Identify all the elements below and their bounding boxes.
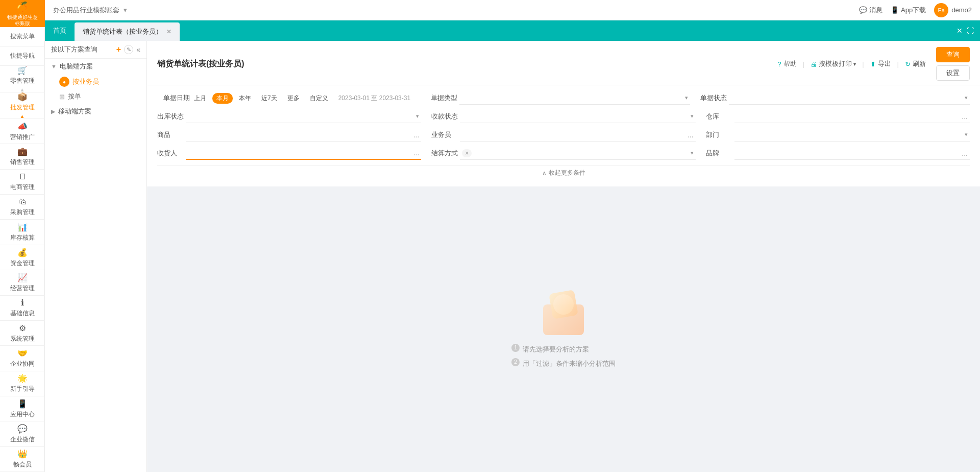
out-status-select[interactable]: ▾ (186, 110, 421, 123)
sidebar-item-inventory[interactable]: 📊 库存核算 (0, 220, 45, 245)
sidebar-item-search[interactable]: 搜索菜单 (0, 27, 45, 46)
sidebar: 🍊 畅捷通好生意 标账版 搜索菜单 快捷导航 🛒 零售管理 ▲ 📦 批发管理 ▲… (0, 0, 45, 472)
logo[interactable]: 🍊 畅捷通好生意 标账版 (0, 0, 45, 27)
logo-icon: 🍊 (16, 1, 29, 13)
sidebar-item-appcenter[interactable]: 📱 应用中心 (0, 396, 45, 421)
app-name-arrow[interactable]: ▾ (124, 6, 127, 14)
sidebar-item-finance[interactable]: 💰 资金管理 (0, 245, 45, 270)
sidebar-item-member[interactable]: 👑 畅会员 (0, 447, 45, 472)
empty-step1: 1 请先选择要分析的方案 (511, 343, 616, 355)
doc-type-arrow: ▾ (685, 95, 688, 101)
sidebar-item-purchase[interactable]: 🛍 采购管理 (0, 195, 45, 220)
date-tab-custom[interactable]: 自定义 (306, 93, 332, 104)
sidebar-item-shortcuts[interactable]: 快捷导航 (0, 46, 45, 66)
help-button[interactable]: ? 帮助 (778, 59, 797, 68)
tab-salesstat[interactable]: 销货单统计表（按业务员） ✕ (75, 22, 180, 41)
by-order-icon: ⊞ (59, 93, 65, 101)
salesman-select[interactable]: ... (460, 128, 695, 141)
inventory-icon: 📊 (17, 222, 28, 232)
sidebar-item-marketing[interactable]: 📣 营销推广 (0, 119, 45, 144)
ecom-icon: 🖥 (18, 172, 27, 181)
tab-close-window-icon[interactable]: ✕ (957, 27, 963, 35)
app-download-button[interactable]: 📱 App下载 (891, 6, 926, 15)
date-tab-lastmonth[interactable]: 上月 (190, 93, 210, 104)
sidebar-item-newbie[interactable]: 🌟 新手引导 (0, 371, 45, 396)
wholesale-arrow: ▲ (20, 113, 25, 119)
collapse-panel-button[interactable]: « (136, 45, 140, 54)
divider2: | (862, 60, 864, 68)
main-area: 办公用品行业模拟账套 ▾ 💬 消息 📱 App下载 Ea demo2 首页 (45, 0, 980, 472)
retail-icon: 🛒 (17, 65, 28, 75)
tree-group-desktop[interactable]: ▼ 电脑端方案 (45, 59, 146, 74)
tree-item-by-salesman[interactable]: ● 按业务员 (45, 74, 146, 89)
newbie-icon: 🌟 (17, 373, 28, 383)
goods-label: 商品 (157, 130, 186, 139)
receiver-select[interactable]: ... (186, 147, 421, 160)
template-print-button[interactable]: 🖨 按模板打印 ▾ (811, 59, 856, 68)
appcenter-icon: 📱 (17, 399, 28, 409)
dept-arrow: ▾ (965, 131, 968, 138)
tree-arrow-desktop: ▼ (51, 63, 57, 69)
receipt-status-select[interactable]: ▾ (460, 110, 695, 123)
tree-item-by-order[interactable]: ⊞ 按单 (45, 89, 146, 104)
dept-select[interactable]: ▾ (734, 128, 970, 141)
sidebar-item-corp[interactable]: 🤝 企业协同 (0, 346, 45, 371)
sidebar-item-basic[interactable]: ℹ 基础信息 (0, 296, 45, 321)
export-button[interactable]: ⬆ 导出 (870, 59, 891, 68)
app-download-icon: 📱 (891, 6, 899, 14)
scroll-outer: 按以下方案查询 + ✎ « ▼ 电脑端方案 ● 按业务员 ⊞ 按单 (45, 41, 980, 472)
receiver-dots[interactable]: ... (413, 149, 420, 157)
pay-method-clear-icon[interactable]: × (465, 150, 469, 157)
pay-method-tag: × (462, 149, 472, 157)
message-button[interactable]: 💬 消息 (859, 6, 883, 15)
member-icon: 👑 (17, 449, 28, 459)
doc-type-label: 单据类型 (431, 93, 459, 103)
tab-expand-icon[interactable]: ⛶ (967, 27, 974, 35)
sidebar-item-sales[interactable]: 💼 销售管理 (0, 144, 45, 169)
warehouse-dots[interactable]: ... (962, 112, 968, 121)
salesman-dots[interactable]: ... (688, 131, 694, 139)
warehouse-select[interactable]: ... (734, 110, 970, 123)
tab-close-icon[interactable]: ✕ (166, 28, 172, 35)
receipt-status-label: 收款状态 (431, 112, 460, 121)
sidebar-item-retail[interactable]: 🛒 零售管理 ▲ (0, 66, 45, 92)
date-range-display: 2023-03-01 至 2023-03-31 (338, 94, 410, 103)
refresh-button[interactable]: ↻ 刷新 (905, 59, 926, 68)
sidebar-item-wholesale[interactable]: 📦 批发管理 ▲ (0, 92, 45, 119)
sidebar-item-operations[interactable]: 📈 经营管理 (0, 270, 45, 295)
add-scheme-button[interactable]: + (116, 45, 121, 54)
goods-select[interactable]: ... (186, 128, 421, 141)
top-header: 办公用品行业模拟账套 ▾ 💬 消息 📱 App下载 Ea demo2 (45, 0, 980, 20)
date-tab-more[interactable]: 更多 (283, 93, 304, 104)
collapse-filters-button[interactable]: ∧ 收起更多条件 (157, 165, 970, 180)
goods-dots[interactable]: ... (413, 131, 420, 139)
doc-status-arrow: ▾ (965, 95, 968, 101)
sidebar-item-wxwork[interactable]: 💬 企业微信 (0, 421, 45, 446)
date-tab-7days[interactable]: 近7天 (257, 93, 281, 104)
app-name: 办公用品行业模拟账套 (53, 6, 119, 15)
user-menu-button[interactable]: Ea demo2 (934, 3, 972, 17)
query-button[interactable]: 查询 (936, 47, 970, 62)
left-panel-title: 按以下方案查询 (51, 45, 97, 54)
filter-row-3: 商品 ... 业务员 ... 部门 (157, 128, 970, 141)
active-scheme-indicator: ● (59, 77, 69, 87)
tree-group-mobile[interactable]: ▶ 移动端方案 (45, 104, 146, 119)
edit-scheme-button[interactable]: ✎ (124, 45, 133, 54)
date-tab-thismonth[interactable]: 本月 (212, 93, 233, 104)
settings-button[interactable]: 设置 (936, 65, 970, 81)
brand-select[interactable]: ... (734, 147, 970, 160)
step2-num: 2 (511, 358, 520, 366)
sidebar-item-ecom[interactable]: 🖥 电商管理 (0, 170, 45, 195)
filter-row-4: 收货人 ... 结算方式 × ▾ (157, 147, 970, 160)
app-name-area: 办公用品行业模拟账套 ▾ (53, 6, 127, 15)
brand-dots[interactable]: ... (962, 149, 968, 157)
page-header: 销货单统计表(按业务员) ? 帮助 | 🖨 按模板打印 ▾ | ⬆ (147, 41, 980, 85)
tab-home[interactable]: 首页 (45, 20, 75, 41)
receiver-label: 收货人 (157, 149, 186, 158)
filter-row-2: 出库状态 ▾ 收款状态 ▾ 仓库 (157, 110, 970, 123)
pay-method-select[interactable]: × ▾ (460, 147, 695, 160)
doc-status-select[interactable]: ▾ (729, 91, 970, 105)
date-tab-thisyear[interactable]: 本年 (235, 93, 255, 104)
doc-type-select[interactable]: ▾ (459, 91, 690, 105)
sidebar-item-system[interactable]: ⚙ 系统管理 (0, 321, 45, 346)
